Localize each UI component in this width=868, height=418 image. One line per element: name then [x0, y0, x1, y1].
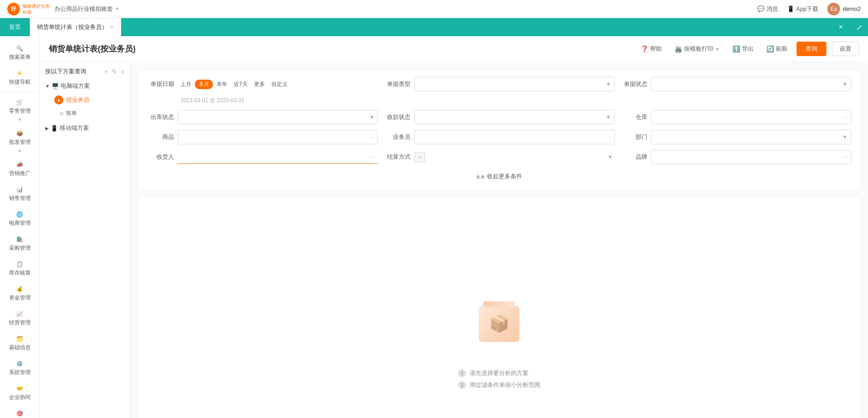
sidebar-item-newbie[interactable]: 🎯 新手引导 — [0, 406, 39, 418]
warehouse-control: ··· — [651, 110, 851, 124]
sidebar-item-enterprise[interactable]: 🤝 企业协同 — [0, 381, 39, 406]
maximize-button[interactable]: ⤢ — [850, 18, 868, 36]
filter-collapse-button[interactable]: « — [121, 68, 124, 75]
warehouse-input[interactable] — [651, 110, 851, 124]
scheme-item-by-salesperson[interactable]: ● 按业务员 — [45, 93, 124, 107]
consignee-more-icon[interactable]: ··· — [370, 154, 374, 160]
department-select[interactable] — [651, 130, 851, 144]
filter-field-date: 单据日期 上月 本月 本年 近7天 更多 自定义 — [147, 77, 378, 91]
goods-more-icon[interactable]: ··· — [370, 134, 374, 140]
filter-row-3: 商品 ··· 业务员 ··· — [147, 130, 851, 144]
sidebar-item-sales[interactable]: 📊 销售管理 — [0, 182, 39, 207]
page-header: 销货单统计表(按业务员) ❓ 帮助 🖨️ 按模板打印 ▼ ⬆️ 导出 🔄 刷 — [40, 36, 868, 62]
scheme-item-by-order[interactable]: ≡ 按单 — [45, 107, 124, 119]
user-menu[interactable]: Ea demo2 — [827, 3, 861, 15]
print-button[interactable]: 🖨️ 按模板打印 ▼ — [671, 43, 723, 55]
sidebar-sales-label: 销售管理 — [9, 195, 31, 202]
settlement-label: 结算方式 — [383, 153, 410, 161]
date-btn-custom[interactable]: 自定义 — [269, 80, 290, 89]
desktop-scheme-header[interactable]: ▼ 🖥️ 电脑端方案 — [45, 79, 124, 93]
purchase-icon: 🛍️ — [16, 236, 23, 242]
right-panel: 单据日期 上月 本月 本年 近7天 更多 自定义 — [130, 62, 868, 418]
settlement-tag[interactable]: × — [414, 152, 425, 162]
filter-add-button[interactable]: + — [104, 68, 108, 75]
sidebar-item-basic[interactable]: 🗂️ 基础信息 — [0, 331, 39, 356]
tab-close-icon[interactable]: × — [110, 24, 113, 30]
brand-input[interactable] — [651, 150, 851, 164]
logo-area[interactable]: 好 畅捷通好生意 标版 — [7, 3, 50, 15]
filter-panel-header: 按以下方案查询 + ✎ « — [40, 67, 130, 79]
sidebar-item-system[interactable]: ⚙️ 系统管理 — [0, 356, 39, 381]
settlement-tag-close-icon[interactable]: × — [419, 154, 421, 160]
tab-home[interactable]: 首页 — [0, 18, 30, 36]
top-bar-right: 💬 消息 📱 App下载 Ea demo2 — [757, 3, 861, 15]
settings-button[interactable]: 设置 — [832, 42, 859, 56]
date-btn-last-month[interactable]: 上月 — [178, 80, 194, 89]
collapse-bar[interactable]: ∧∧ 收起更多条件 — [147, 170, 851, 183]
date-btn-this-year[interactable]: 本年 — [214, 80, 230, 89]
filter-field-brand: 品牌 ··· — [620, 150, 851, 164]
receipt-status-select[interactable] — [414, 110, 614, 124]
sidebar-item-inventory[interactable]: 📋 库存核算 — [0, 256, 39, 281]
app-download-button[interactable]: 📱 App下载 — [787, 5, 818, 13]
department-caret-icon: ▼ — [842, 134, 848, 140]
department-control: ▼ — [651, 130, 851, 144]
operations-icon: 📈 — [16, 311, 23, 317]
doc-status-select[interactable] — [651, 77, 851, 91]
empty-hint-1: 1 请先选择要分析的方案 — [458, 369, 540, 377]
logo-icon: 好 — [7, 3, 20, 15]
brand-more-icon[interactable]: ··· — [843, 154, 848, 160]
out-status-caret-icon: ▼ — [369, 114, 374, 120]
filter-panel-icons: + ✎ « — [104, 68, 124, 75]
mobile-scheme-header[interactable]: ▶ 📱 移动端方案 — [45, 121, 124, 135]
query-button[interactable]: 查询 — [797, 42, 826, 56]
scheme-by-order-label: 按单 — [66, 109, 77, 117]
tab-sales-stats[interactable]: 销货单统计表（按业务员） × — [30, 18, 121, 36]
message-button[interactable]: 💬 消息 — [757, 5, 778, 13]
company-name: 办公用品行业模拟账套 — [54, 5, 113, 13]
filter-edit-button[interactable]: ✎ — [112, 68, 117, 75]
filter-form: 单据日期 上月 本月 本年 近7天 更多 自定义 — [137, 69, 861, 191]
consignee-control: ··· — [178, 150, 378, 164]
newbie-icon: 🎯 — [16, 410, 23, 417]
out-status-select[interactable] — [178, 110, 378, 124]
sidebar-item-finance[interactable]: 💰 资金管理 — [0, 281, 39, 306]
main-layout: 🔍 搜索菜单 ⚡ 快捷导航 🛒 零售管理 ▲ 📦 批发管理 ▲ 📣 营销推广 📊… — [0, 36, 868, 418]
settlement-control: × ▼ — [414, 152, 614, 162]
sidebar-item-ecommerce[interactable]: 🌐 电商管理 — [0, 207, 39, 232]
company-dropdown[interactable]: 办公用品行业模拟账套 ▼ — [54, 5, 119, 13]
goods-input[interactable] — [178, 130, 378, 144]
doc-status-label: 单据状态 — [620, 80, 647, 88]
filter-field-doc-type: 单据类型 ▼ — [383, 77, 614, 91]
sidebar-item-operations[interactable]: 📈 经营管理 — [0, 306, 39, 331]
ecommerce-icon: 🌐 — [16, 211, 23, 218]
top-bar: 好 畅捷通好生意 标版 办公用品行业模拟账套 ▼ 💬 消息 📱 App下载 Ea… — [0, 0, 868, 18]
consignee-input[interactable] — [178, 150, 378, 164]
refresh-button[interactable]: 🔄 刷新 — [763, 43, 791, 55]
goods-label: 商品 — [147, 133, 174, 141]
doc-type-select[interactable] — [414, 77, 614, 91]
date-quick-btns: 上月 本月 本年 近7天 更多 自定义 — [178, 80, 290, 89]
help-button[interactable]: ❓ 帮助 — [637, 43, 665, 55]
sidebar-item-marketing[interactable]: 📣 营销推广 — [0, 157, 39, 182]
active-tab-label: 销货单统计表（按业务员） — [37, 23, 108, 31]
date-btn-last7[interactable]: 近7天 — [231, 80, 250, 89]
export-icon: ⬆️ — [732, 45, 740, 52]
sidebar-item-retail[interactable]: 🛒 零售管理 ▲ — [0, 95, 39, 126]
salesperson-input[interactable] — [414, 130, 614, 144]
export-button[interactable]: ⬆️ 导出 — [729, 43, 757, 55]
sidebar-search[interactable]: 🔍 搜索菜单 — [0, 41, 39, 66]
salesperson-more-icon[interactable]: ··· — [607, 134, 611, 140]
scheme-group-mobile: ▶ 📱 移动端方案 — [45, 121, 124, 135]
sidebar-search-label: 搜索菜单 — [9, 53, 31, 61]
filter-field-warehouse: 仓库 ··· — [620, 110, 851, 124]
sidebar-item-purchase[interactable]: 🛍️ 采购管理 — [0, 232, 39, 256]
salesperson-control: ··· — [414, 130, 614, 144]
date-btn-more[interactable]: 更多 — [251, 80, 268, 89]
warehouse-more-icon[interactable]: ··· — [843, 114, 848, 120]
sidebar-item-quicknav[interactable]: ⚡ 快捷导航 — [0, 66, 39, 90]
hint-num-2: 2 — [458, 381, 466, 389]
sidebar-item-wholesale[interactable]: 📦 批发管理 ▲ — [0, 126, 39, 157]
close-window-button[interactable]: × — [832, 18, 850, 36]
date-btn-this-month[interactable]: 本月 — [195, 80, 213, 89]
